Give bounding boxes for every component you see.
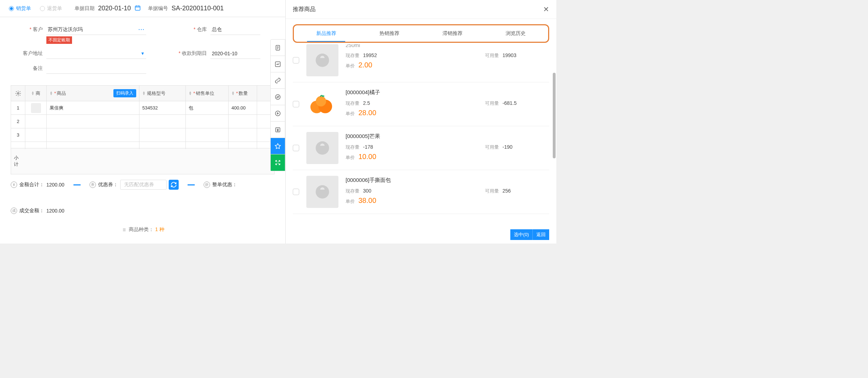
coupon-input[interactable]: 无匹配优惠券 <box>120 180 167 190</box>
avail-value: -681.5 <box>502 100 517 106</box>
info-icon: ☰ <box>121 227 127 233</box>
stock-value: 300 <box>363 188 371 194</box>
doc-no-value: SA-20200110-001 <box>172 5 224 12</box>
table-row[interactable] <box>11 142 274 148</box>
row-qty[interactable]: 400.00 <box>229 101 257 114</box>
close-icon[interactable]: ✕ <box>543 5 549 14</box>
product-checkbox[interactable] <box>293 145 299 151</box>
list-item[interactable]: [0000006]手撕面包 现存量300 单价38.00 可用量256 <box>293 170 549 214</box>
doc-date-field: 单据日期 2020-01-10 <box>75 5 141 12</box>
svg-rect-0 <box>135 6 140 10</box>
gear-icon <box>15 90 21 97</box>
list-item[interactable]: [0000005]芒果 现存量-178 单价10.00 可用量-190 <box>293 126 549 170</box>
column-qty[interactable]: ▲▼ * 数量 <box>229 86 257 101</box>
discount-icon: 折 <box>204 182 210 188</box>
product-name: [0000005]芒果 <box>346 133 549 140</box>
side-chart-icon[interactable] <box>271 56 285 72</box>
sort-icon: ▲▼ <box>50 91 53 95</box>
chevron-down-icon[interactable]: ▼ <box>141 51 145 56</box>
side-expand-icon[interactable] <box>271 154 285 171</box>
stock-value: 2.5 <box>363 100 370 106</box>
subtotal-label: 小计 <box>11 151 25 171</box>
refresh-icon <box>170 182 177 188</box>
radio-sales-label: 销货单 <box>16 5 31 12</box>
calendar-icon[interactable] <box>134 5 141 12</box>
currency-icon: ¥ <box>11 182 17 188</box>
refresh-button[interactable] <box>169 180 179 190</box>
sort-icon: ▲▼ <box>231 91 235 95</box>
tab-hot[interactable]: 热销推荐 <box>358 26 421 41</box>
orange-icon <box>308 92 337 117</box>
row-unit[interactable]: 包 <box>186 101 229 114</box>
scan-button[interactable]: 扫码录入 <box>113 89 136 97</box>
scrollbar-thumb[interactable] <box>553 73 556 158</box>
side-doc-icon[interactable] <box>271 40 285 56</box>
column-spec[interactable]: ▲▼ 规格型号 <box>139 86 186 101</box>
warehouse-input[interactable]: 总仓 <box>210 24 260 35</box>
placeholder-icon <box>313 183 331 201</box>
list-item[interactable]: [0000004]橘子 现存量2.5 单价28.00 可用量-681.5 <box>293 82 549 126</box>
side-toolbar <box>270 39 285 171</box>
product-list[interactable]: 250ml 现存量19952 单价2.00 可用量19903 <box>286 44 556 226</box>
product-thumb-icon <box>31 103 41 113</box>
doc-no-field: 单据编号 SA-20200110-001 <box>148 5 224 12</box>
tab-slow[interactable]: 滞销推荐 <box>421 26 484 41</box>
side-swap-icon[interactable] <box>271 89 285 105</box>
product-image <box>306 44 338 76</box>
table-row[interactable]: 1 果倍爽 534532 包 400.00 <box>11 101 274 115</box>
selected-button[interactable]: 选中(0) <box>510 229 533 240</box>
side-star-icon[interactable] <box>271 138 285 154</box>
row-index: 1 <box>11 101 25 114</box>
doc-no-label: 单据编号 <box>148 5 168 12</box>
side-link-icon[interactable] <box>271 72 285 89</box>
row-spec[interactable]: 534532 <box>139 101 186 114</box>
table-row[interactable]: 2 <box>11 115 274 128</box>
doc-date-value[interactable]: 2020-01-10 <box>98 5 131 12</box>
product-checkbox[interactable] <box>293 57 299 63</box>
goods-table: ▲▼ 商 ▲▼ * 商品 扫码录入 ▲▼ 规格型号 ▲▼ * 销售单位 <box>11 85 275 174</box>
placeholder-icon <box>313 139 331 157</box>
price-value: 2.00 <box>358 61 372 69</box>
customer-input[interactable]: 苏州万达沃尔玛 ··· <box>46 24 146 35</box>
remark-label: 备注 <box>11 65 46 72</box>
dash-icon <box>188 184 195 185</box>
tab-new[interactable]: 新品推荐 <box>295 26 358 41</box>
back-button[interactable]: 返回 <box>533 229 549 240</box>
row-index: 3 <box>11 128 25 142</box>
price-value: 10.00 <box>358 153 376 161</box>
svg-point-4 <box>275 94 280 99</box>
column-unit[interactable]: ▲▼ * 销售单位 <box>186 86 229 101</box>
duedate-input[interactable]: 2020-01-10 <box>210 48 260 59</box>
table-row[interactable]: 3 <box>11 128 274 142</box>
final-icon: 成 <box>11 208 17 214</box>
product-checkbox[interactable] <box>293 101 299 107</box>
amount-total: ¥ 金额合计： 1200.00 <box>11 182 65 188</box>
sort-icon: ▲▼ <box>31 91 35 95</box>
warehouse-value: 总仓 <box>212 26 222 33</box>
column-pic[interactable]: ▲▼ 商 <box>25 86 47 101</box>
column-good[interactable]: ▲▼ * 商品 扫码录入 <box>47 86 139 101</box>
customer-value: 苏州万达沃尔玛 <box>48 26 83 33</box>
side-debt-icon[interactable] <box>271 105 285 122</box>
settings-column[interactable] <box>11 86 25 101</box>
radio-return[interactable]: 退货单 <box>40 5 62 12</box>
product-checkbox[interactable] <box>293 189 299 195</box>
side-cny-icon[interactable] <box>271 122 285 138</box>
product-image <box>306 132 338 164</box>
row-name[interactable]: 果倍爽 <box>47 101 139 114</box>
footer-buttons: 选中(0) 返回 <box>510 229 549 240</box>
product-name: [0000006]手撕面包 <box>346 177 549 184</box>
list-item[interactable]: 250ml 现存量19952 单价2.00 可用量19903 <box>293 44 549 82</box>
sort-icon: ▲▼ <box>189 91 192 95</box>
more-icon[interactable]: ··· <box>138 27 145 32</box>
product-image <box>306 176 338 208</box>
duedate-label: 收款到期日 <box>175 50 210 57</box>
radio-sales[interactable]: 销货单 <box>9 5 31 12</box>
tab-history[interactable]: 浏览历史 <box>484 26 547 41</box>
avail-value: 256 <box>502 188 511 194</box>
dash-icon <box>73 184 81 185</box>
product-image <box>306 88 338 120</box>
remark-input[interactable] <box>46 63 146 74</box>
svg-point-9 <box>316 96 326 107</box>
addr-input[interactable]: ▼ <box>46 48 146 59</box>
